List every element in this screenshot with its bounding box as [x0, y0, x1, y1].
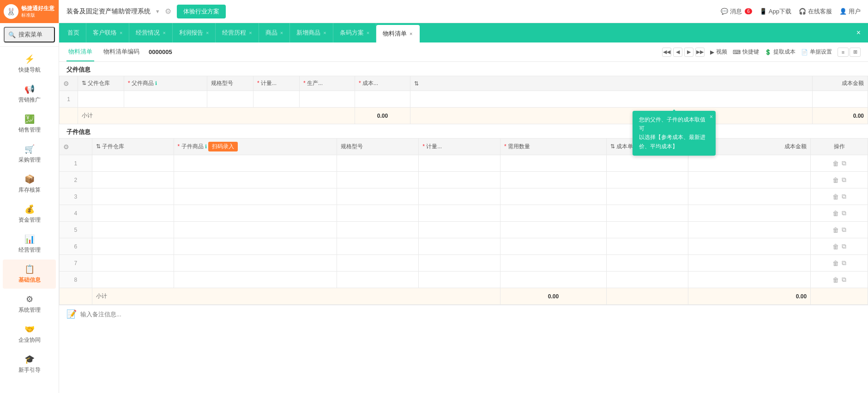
sub-tab-bom[interactable]: 物料清单 — [66, 43, 94, 61]
sidebar-item-jingying[interactable]: 📊 经营管理 — [3, 230, 56, 259]
child-cell-warehouse-2[interactable] — [92, 172, 174, 188]
child-cell-unit-2[interactable] — [419, 172, 500, 188]
child-copy-icon-2[interactable]: ⧉ — [842, 176, 846, 184]
child-cell-quantity-2[interactable] — [500, 172, 607, 188]
nav-tab-home[interactable]: 首页 — [61, 23, 86, 42]
nav-tab-jingying1[interactable]: 经营情况 × — [129, 23, 172, 42]
sidebar-item-caigou[interactable]: 🛒 采购管理 — [3, 139, 56, 169]
child-cell-product-2[interactable] — [174, 172, 337, 188]
nav-tab-bom-close[interactable]: × — [410, 31, 412, 36]
search-menu-button[interactable]: 🔍 搜索菜单 — [4, 27, 55, 42]
child-copy-icon-4[interactable]: ⧉ — [842, 209, 846, 217]
sidebar-item-xinshou[interactable]: 🎓 新手引导 — [3, 350, 56, 379]
user-item[interactable]: 👤 用户 — [839, 7, 861, 16]
nav-first-button[interactable]: ◀◀ — [662, 48, 671, 57]
message-icon: 💬 — [721, 8, 728, 15]
experience-button[interactable]: 体验行业方案 — [177, 5, 226, 18]
nav-tab-kehu-close[interactable]: × — [120, 30, 122, 36]
nav-tab-goods-close[interactable]: × — [280, 30, 283, 36]
nav-last-button[interactable]: ▶▶ — [695, 48, 705, 57]
parent-cell-spec-1[interactable] — [207, 91, 253, 108]
child-delete-icon-6[interactable]: 🗑 — [832, 243, 839, 250]
nav-next-button[interactable]: ▶ — [684, 48, 693, 57]
sidebar-item-kuaijie[interactable]: ⚡ 快捷导航 — [3, 49, 56, 79]
action-cost[interactable]: 💲 提取成本 — [765, 48, 796, 56]
child-delete-icon-7[interactable]: 🗑 — [832, 260, 839, 267]
sidebar-item-yingxiao[interactable]: 📢 营销推广 — [3, 79, 56, 109]
sidebar-item-zijin[interactable]: 💰 资金管理 — [3, 200, 56, 229]
parent-cell-warehouse-1[interactable] — [78, 91, 124, 108]
child-delete-icon-2[interactable]: 🗑 — [832, 176, 839, 184]
child-delete-icon-4[interactable]: 🗑 — [832, 210, 839, 217]
nav-close-all[interactable]: × — [851, 29, 866, 37]
child-cell-spec-2[interactable] — [337, 172, 419, 188]
action-doc-settings[interactable]: 📄 单据设置 — [801, 48, 832, 56]
child-delete-icon-8[interactable]: 🗑 — [832, 276, 839, 284]
parent-subtotal-unit-value: 0.00 — [355, 108, 410, 124]
action-shortcut[interactable]: ⌨ 快捷键 — [733, 48, 759, 56]
nav-tab-profit-close[interactable]: × — [206, 30, 209, 36]
nav-tab-history-close[interactable]: × — [249, 30, 252, 36]
view-grid-button[interactable]: ⊞ — [850, 48, 861, 57]
child-copy-icon-6[interactable]: ⧉ — [842, 242, 846, 250]
sidebar-item-xitong[interactable]: ⚙ 系统管理 — [3, 290, 56, 319]
child-copy-icon-8[interactable]: ⧉ — [842, 276, 846, 284]
parent-gear-icon[interactable]: ⚙ — [63, 80, 69, 87]
nav-tab-barcode-close[interactable]: × — [367, 30, 369, 36]
sub-tab-bom-code[interactable]: 物料清单编码 — [102, 43, 141, 61]
sidebar-item-xiaoshou[interactable]: 💹 销售管理 — [3, 109, 56, 139]
child-copy-icon-7[interactable]: ⧉ — [842, 259, 846, 267]
nav-tab-profit[interactable]: 利润报告 × — [173, 23, 216, 42]
parent-cell-unit-1[interactable] — [253, 91, 300, 108]
child-cell-quantity-1[interactable] — [500, 155, 607, 172]
nav-prev-button[interactable]: ◀ — [673, 48, 682, 57]
child-cell-unit-1[interactable] — [419, 155, 500, 172]
nav-tab-newgoods[interactable]: 新增商品 × — [290, 23, 333, 42]
nav-tab-jingying1-label: 经营情况 — [136, 29, 160, 37]
parent-cell-cost-1[interactable] — [355, 91, 410, 108]
child-cell-unitprice-1[interactable] — [606, 155, 688, 172]
nav-tab-history[interactable]: 经营历程 × — [216, 23, 259, 42]
remark-input[interactable] — [80, 311, 861, 318]
child-cell-spec-1[interactable] — [337, 155, 419, 172]
parent-cell-product-1[interactable] — [124, 91, 207, 108]
child-cell-product-1[interactable] — [174, 155, 337, 172]
child-delete-icon-5[interactable]: 🗑 — [832, 226, 839, 234]
child-row-num-5: 5 — [60, 222, 92, 238]
scan-input-button[interactable]: 扫码录入 — [208, 142, 238, 151]
child-copy-icon-1[interactable]: ⧉ — [842, 159, 846, 167]
parent-subtotal-spacer2 — [410, 108, 813, 124]
child-copy-icon-3[interactable]: ⧉ — [842, 193, 846, 200]
parent-cell-production-1[interactable] — [300, 91, 355, 108]
message-item[interactable]: 💬 消息 6 — [721, 7, 752, 16]
settings-icon[interactable]: ⚙ — [165, 7, 171, 16]
caigou-icon: 🛒 — [24, 144, 35, 154]
child-cell-unitprice-2[interactable] — [606, 172, 688, 188]
view-list-button[interactable]: ≡ — [838, 48, 849, 57]
nav-tab-goods[interactable]: 商品 × — [259, 23, 290, 42]
nav-tab-newgoods-close[interactable]: × — [323, 30, 326, 36]
child-cell-warehouse-1[interactable] — [92, 155, 174, 172]
nav-tab-jingying1-close[interactable]: × — [163, 30, 165, 36]
tooltip-close-button[interactable]: × — [710, 113, 713, 121]
sidebar-item-jichuxinxi[interactable]: 📋 基础信息 — [3, 260, 56, 289]
app-download-item[interactable]: 📱 App下载 — [760, 7, 791, 16]
online-service-item[interactable]: 🎧 在线客服 — [799, 7, 832, 16]
child-gear-icon[interactable]: ⚙ — [63, 143, 69, 151]
content-area: 物料清单 物料清单编码 0000005 ◀◀ ◀ ▶ ▶▶ ▶ 视频 ⌨ — [59, 42, 868, 393]
sidebar-item-kucun[interactable]: 📦 库存核算 — [3, 169, 56, 199]
system-title-dropdown-icon[interactable]: ▾ — [156, 8, 159, 15]
nav-tab-bom[interactable]: 物料清单 × — [376, 25, 419, 42]
child-table: ⚙ ⇅ 子件仓库 * 子件商品 ℹ 扫码录入 规格型号 * 计量... — [59, 138, 868, 305]
child-delete-icon-1[interactable]: 🗑 — [832, 160, 839, 167]
child-copy-icon-5[interactable]: ⧉ — [842, 226, 846, 234]
child-row-num-6: 6 — [60, 238, 92, 255]
sidebar-item-qiye[interactable]: 🤝 企业协同 — [3, 320, 56, 349]
xiaoshou-icon: 💹 — [24, 114, 35, 124]
nav-tab-barcode[interactable]: 条码方案 × — [333, 23, 376, 42]
nav-tab-kehu[interactable]: 客户联络 × — [86, 23, 129, 42]
child-delete-icon-3[interactable]: 🗑 — [832, 193, 839, 200]
action-video[interactable]: ▶ 视频 — [710, 48, 727, 56]
app-name: 畅捷通好生意 — [21, 5, 54, 12]
shortcut-label: 快捷键 — [742, 48, 759, 56]
